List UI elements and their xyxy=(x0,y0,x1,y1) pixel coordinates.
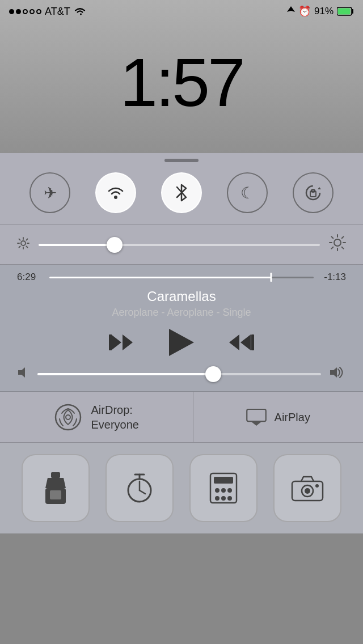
rotation-lock-toggle[interactable] xyxy=(293,172,334,213)
song-subtitle: Aeroplane - Aeroplane - Single xyxy=(17,307,346,319)
lock-screen: AT&T ⏰ 91% 1:57 xyxy=(0,0,363,153)
play-button[interactable] xyxy=(169,329,194,356)
brightness-section xyxy=(0,225,363,265)
svg-rect-1 xyxy=(352,9,353,14)
timer-button[interactable] xyxy=(105,454,174,522)
svg-line-12 xyxy=(19,239,20,240)
svg-marker-26 xyxy=(123,334,133,350)
svg-marker-32 xyxy=(18,367,25,378)
airdrop-status: Everyone xyxy=(91,417,140,432)
time-display: 1:57 xyxy=(120,43,243,121)
music-progress-track[interactable] xyxy=(49,277,314,278)
signal-dot-5 xyxy=(36,9,41,14)
airplane-mode-toggle[interactable]: ✈ xyxy=(29,172,70,213)
svg-line-23 xyxy=(342,236,344,238)
svg-line-13 xyxy=(26,246,27,247)
rewind-button[interactable] xyxy=(109,332,135,353)
svg-marker-37 xyxy=(251,421,261,425)
svg-point-3 xyxy=(114,196,117,199)
svg-marker-30 xyxy=(229,334,239,350)
svg-marker-33 xyxy=(330,367,337,378)
playback-controls xyxy=(17,329,346,356)
toggles-row: ✈ ☾ xyxy=(0,167,363,225)
airdrop-icon xyxy=(54,403,82,431)
remaining-time: -1:13 xyxy=(320,272,346,283)
progress-row: 6:29 -1:13 xyxy=(17,272,346,283)
do-not-disturb-toggle[interactable]: ☾ xyxy=(227,172,268,213)
signal-indicator xyxy=(9,9,41,14)
carrier-label: AT&T xyxy=(45,6,70,18)
svg-point-58 xyxy=(315,484,319,488)
sharing-row: AirDrop: Everyone AirPlay xyxy=(0,392,363,443)
song-title: Caramellas xyxy=(17,289,346,304)
svg-point-35 xyxy=(66,415,70,420)
svg-marker-29 xyxy=(240,334,251,350)
battery-icon xyxy=(337,7,354,16)
flashlight-icon xyxy=(44,472,67,504)
signal-dot-4 xyxy=(29,9,35,14)
music-progress-cursor xyxy=(271,273,272,282)
camera-icon xyxy=(291,474,324,502)
svg-point-53 xyxy=(221,496,226,501)
svg-point-16 xyxy=(334,239,341,246)
bluetooth-toggle[interactable] xyxy=(161,172,202,213)
airdrop-label: AirDrop: Everyone xyxy=(91,402,140,432)
svg-point-51 xyxy=(227,488,232,493)
status-left: AT&T xyxy=(9,6,86,18)
volume-thumb[interactable] xyxy=(205,366,221,382)
svg-rect-36 xyxy=(247,409,266,421)
airplay-button[interactable]: AirPlay xyxy=(193,392,364,442)
fast-forward-button[interactable] xyxy=(228,332,254,353)
svg-rect-27 xyxy=(109,334,112,350)
handle-bar xyxy=(164,159,199,162)
svg-line-14 xyxy=(26,239,27,240)
volume-slider[interactable] xyxy=(37,373,321,375)
signal-dot-1 xyxy=(9,9,14,14)
svg-marker-39 xyxy=(45,478,66,488)
svg-point-50 xyxy=(221,488,226,493)
pull-handle[interactable] xyxy=(0,153,363,167)
svg-point-52 xyxy=(215,496,220,501)
svg-line-21 xyxy=(331,236,333,238)
signal-dot-3 xyxy=(23,9,28,14)
brightness-thumb[interactable] xyxy=(107,237,123,253)
camera-button[interactable] xyxy=(273,454,341,522)
music-progress-fill xyxy=(49,277,271,278)
volume-low-icon xyxy=(17,366,29,382)
calculator-button[interactable] xyxy=(189,454,258,522)
moon-icon: ☾ xyxy=(240,184,255,202)
svg-rect-31 xyxy=(251,334,254,350)
svg-rect-38 xyxy=(51,472,60,478)
airplay-label: AirPlay xyxy=(275,410,310,425)
battery-percent: 91% xyxy=(314,6,334,17)
timer-icon xyxy=(124,472,155,504)
svg-line-22 xyxy=(342,247,344,249)
bluetooth-icon xyxy=(175,183,188,203)
svg-point-54 xyxy=(227,496,232,501)
airdrop-button[interactable]: AirDrop: Everyone xyxy=(0,392,193,442)
location-icon xyxy=(287,6,295,16)
volume-fill xyxy=(37,373,213,375)
music-section: 6:29 -1:13 Caramellas Aeroplane - Aeropl… xyxy=(0,265,363,392)
airplay-icon xyxy=(246,409,267,426)
wifi-icon xyxy=(74,6,86,16)
control-center: ✈ ☾ xyxy=(0,153,363,533)
signal-dot-2 xyxy=(16,9,21,14)
svg-point-57 xyxy=(305,488,310,494)
wifi-toggle-icon xyxy=(106,185,125,201)
current-time: 6:29 xyxy=(17,272,43,283)
svg-point-49 xyxy=(215,488,220,493)
volume-high-icon xyxy=(329,366,346,382)
calculator-icon xyxy=(209,472,238,504)
brightness-slider[interactable] xyxy=(39,244,320,246)
svg-marker-25 xyxy=(111,334,121,350)
svg-line-24 xyxy=(331,247,333,249)
status-right: ⏰ 91% xyxy=(287,5,354,18)
airdrop-title: AirDrop: xyxy=(91,402,140,417)
flashlight-button[interactable] xyxy=(22,454,90,522)
svg-rect-2 xyxy=(338,9,351,15)
brightness-high-icon xyxy=(329,234,346,255)
wifi-toggle[interactable] xyxy=(95,172,136,213)
brightness-fill xyxy=(39,244,115,246)
volume-row xyxy=(17,366,346,382)
